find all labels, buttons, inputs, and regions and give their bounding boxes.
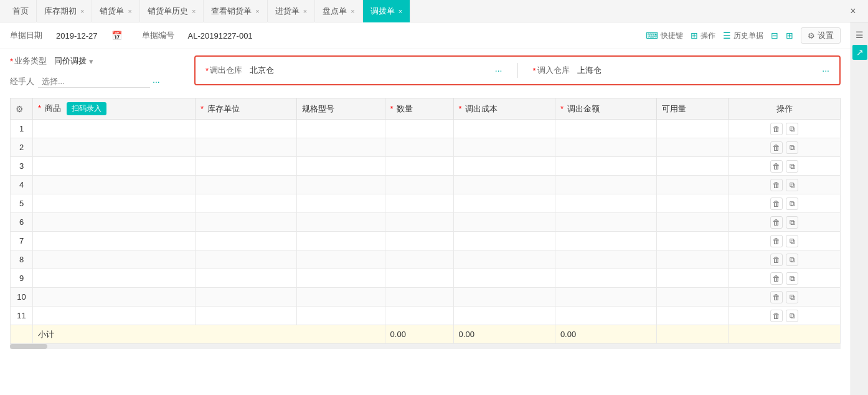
history-button[interactable]: ☰ 历史单据 — [723, 31, 763, 41]
cell-qty[interactable] — [385, 138, 453, 157]
scan-entry-button[interactable]: 扫码录入 — [67, 102, 106, 115]
cell-amount[interactable] — [555, 232, 656, 250]
cell-qty[interactable] — [385, 232, 453, 250]
cell-cost[interactable] — [453, 157, 555, 176]
delete-icon[interactable]: 🗑 — [770, 160, 783, 173]
cell-qty[interactable] — [385, 157, 453, 176]
copy-icon[interactable]: ⧉ — [786, 216, 798, 229]
cell-qty[interactable] — [385, 269, 453, 288]
warehouse-in-value[interactable]: 上海仓 — [577, 65, 601, 76]
warehouse-out-value[interactable]: 北京仓 — [250, 65, 274, 76]
cell-available[interactable] — [657, 288, 729, 307]
cell-spec[interactable] — [297, 250, 385, 269]
cell-amount[interactable] — [555, 138, 656, 157]
tab-purchase-order[interactable]: 进货单 × — [268, 0, 315, 22]
tab-inventory-init-close[interactable]: × — [80, 7, 84, 15]
table-settings-icon[interactable]: ⚙ — [16, 104, 24, 114]
cell-unit[interactable] — [195, 250, 296, 269]
cell-unit[interactable] — [195, 232, 296, 250]
cell-qty[interactable] — [385, 213, 453, 232]
cell-unit[interactable] — [195, 269, 296, 288]
cell-amount[interactable] — [555, 269, 656, 288]
cell-unit[interactable] — [195, 194, 296, 213]
cell-unit[interactable] — [195, 138, 296, 157]
cell-qty[interactable] — [385, 176, 453, 194]
cell-unit[interactable] — [195, 213, 296, 232]
cell-product[interactable] — [33, 213, 196, 232]
cell-cost[interactable] — [453, 194, 555, 213]
cell-unit[interactable] — [195, 157, 296, 176]
cell-product[interactable] — [33, 250, 196, 269]
delete-icon[interactable]: 🗑 — [770, 254, 783, 266]
cell-available[interactable] — [657, 232, 729, 250]
cell-spec[interactable] — [297, 194, 385, 213]
tab-home[interactable]: 首页 — [5, 0, 37, 22]
copy-icon[interactable]: ⧉ — [786, 179, 798, 191]
copy-icon[interactable]: ⧉ — [786, 254, 798, 266]
tab-inventory-count[interactable]: 盘点单 × — [315, 0, 362, 22]
agent-more-icon[interactable]: ··· — [153, 77, 160, 87]
tab-view-sales-close[interactable]: × — [255, 7, 259, 15]
delete-icon[interactable]: 🗑 — [770, 123, 783, 135]
copy-icon[interactable]: ⧉ — [786, 310, 798, 322]
delete-icon[interactable]: 🗑 — [770, 272, 783, 285]
cell-spec[interactable] — [297, 232, 385, 250]
cell-cost[interactable] — [453, 250, 555, 269]
cell-qty[interactable] — [385, 120, 453, 138]
scrollbar-thumb[interactable] — [10, 344, 47, 349]
cell-cost[interactable] — [453, 138, 555, 157]
cell-unit[interactable] — [195, 120, 296, 138]
cell-qty[interactable] — [385, 307, 453, 325]
cell-spec[interactable] — [297, 307, 385, 325]
delete-icon[interactable]: 🗑 — [770, 141, 783, 154]
cell-spec[interactable] — [297, 269, 385, 288]
tab-inventory-init[interactable]: 库存期初 × — [37, 0, 92, 22]
delete-icon[interactable]: 🗑 — [770, 179, 783, 191]
shortcuts-button[interactable]: ⌨ 快捷键 — [646, 31, 683, 41]
copy-icon[interactable]: ⧉ — [786, 160, 798, 173]
cell-spec[interactable] — [297, 213, 385, 232]
cell-available[interactable] — [657, 176, 729, 194]
calendar-icon[interactable]: 📅 — [111, 31, 122, 40]
cell-spec[interactable] — [297, 288, 385, 307]
cell-amount[interactable] — [555, 213, 656, 232]
tab-transfer[interactable]: 调拨单 × — [363, 0, 410, 22]
cell-qty[interactable] — [385, 194, 453, 213]
layout2-button[interactable]: ⊞ — [786, 31, 793, 40]
cell-qty[interactable] — [385, 288, 453, 307]
delete-icon[interactable]: 🗑 — [770, 310, 783, 322]
cell-cost[interactable] — [453, 307, 555, 325]
copy-icon[interactable]: ⧉ — [786, 272, 798, 285]
cell-product[interactable] — [33, 157, 196, 176]
horizontal-scrollbar[interactable] — [10, 344, 841, 349]
copy-icon[interactable]: ⧉ — [786, 141, 798, 154]
cell-product[interactable] — [33, 232, 196, 250]
cell-available[interactable] — [657, 269, 729, 288]
cell-amount[interactable] — [555, 120, 656, 138]
cell-qty[interactable] — [385, 250, 453, 269]
cell-product[interactable] — [33, 288, 196, 307]
cell-product[interactable] — [33, 138, 196, 157]
delete-icon[interactable]: 🗑 — [770, 235, 783, 247]
biz-type-value[interactable]: 同价调拨 — [54, 55, 87, 67]
th-gear[interactable]: ⚙ — [11, 98, 33, 120]
tab-sales-order-close[interactable]: × — [128, 7, 131, 15]
settings-button[interactable]: ⚙ 设置 — [801, 27, 841, 44]
cell-cost[interactable] — [453, 176, 555, 194]
copy-icon[interactable]: ⧉ — [786, 235, 798, 247]
cell-available[interactable] — [657, 138, 729, 157]
copy-icon[interactable]: ⧉ — [786, 198, 798, 210]
cell-product[interactable] — [33, 269, 196, 288]
copy-icon[interactable]: ⧉ — [786, 123, 798, 135]
copy-icon[interactable]: ⧉ — [786, 291, 798, 303]
cell-unit[interactable] — [195, 307, 296, 325]
delete-icon[interactable]: 🗑 — [770, 216, 783, 229]
cell-amount[interactable] — [555, 157, 656, 176]
sidebar-list-icon[interactable]: ☰ — [852, 27, 867, 42]
cell-amount[interactable] — [555, 176, 656, 194]
tab-transfer-close[interactable]: × — [399, 7, 402, 15]
tab-view-sales[interactable]: 查看销货单 × — [204, 0, 267, 22]
cell-amount[interactable] — [555, 288, 656, 307]
cell-spec[interactable] — [297, 138, 385, 157]
agent-input[interactable] — [38, 75, 150, 88]
